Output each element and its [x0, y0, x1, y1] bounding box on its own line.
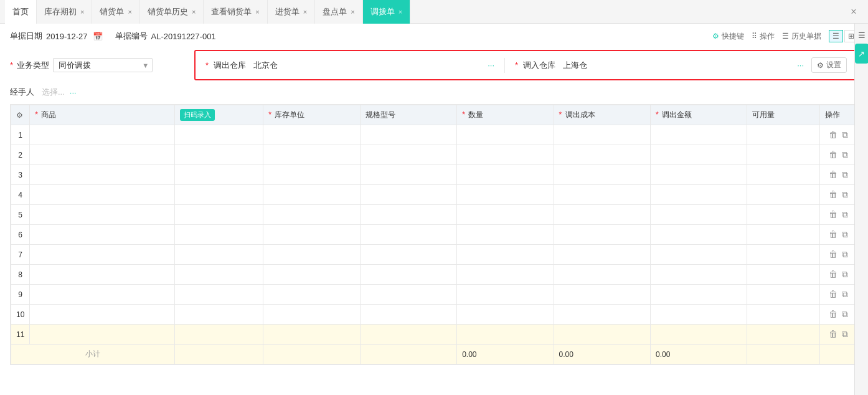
- delete-icon-11[interactable]: 🗑: [829, 329, 837, 339]
- row-amount-7: [650, 245, 747, 265]
- delete-icon-8[interactable]: 🗑: [829, 269, 837, 279]
- row-cost-6[interactable]: [554, 225, 650, 245]
- row-ops-6: 🗑 ⧉: [820, 225, 857, 245]
- copy-icon-1[interactable]: ⧉: [842, 130, 848, 140]
- side-note-icon[interactable]: ☰: [856, 29, 868, 41]
- window-close-button[interactable]: ×: [844, 0, 863, 24]
- col-available-header: 可用量: [747, 105, 820, 125]
- row-cost-2[interactable]: [554, 145, 650, 165]
- copy-icon-9[interactable]: ⧉: [842, 289, 848, 300]
- row-cost-10[interactable]: [554, 305, 650, 325]
- copy-icon-10[interactable]: ⧉: [842, 309, 848, 320]
- row-ops-9: 🗑 ⧉: [820, 285, 857, 305]
- row-qty-8[interactable]: [457, 265, 554, 285]
- row-qty-2[interactable]: [457, 145, 554, 165]
- delete-icon-7[interactable]: 🗑: [829, 249, 837, 259]
- tab-home[interactable]: 首页: [5, 0, 37, 24]
- tab-close-sales-order[interactable]: ×: [128, 8, 131, 16]
- warehouse-in-value[interactable]: 上海仓: [563, 60, 792, 71]
- business-type-select[interactable]: 同价调拨: [53, 58, 153, 72]
- subtotal-empty-4: [747, 345, 820, 364]
- copy-icon-8[interactable]: ⧉: [842, 269, 848, 280]
- history-btn[interactable]: ☰ 历史单据: [782, 31, 821, 42]
- warehouse-out-ellipsis[interactable]: ···: [488, 60, 494, 70]
- row-cost-8[interactable]: [554, 265, 650, 285]
- copy-icon-2[interactable]: ⧉: [842, 150, 848, 160]
- tab-purchase[interactable]: 进货单 ×: [268, 0, 315, 24]
- copy-icon-6[interactable]: ⧉: [842, 229, 848, 240]
- row-cost-3[interactable]: [554, 165, 650, 185]
- settings-button[interactable]: ⚙ 设置: [811, 57, 847, 73]
- row-amount-5: [650, 205, 747, 225]
- subtotal-empty-5: [820, 345, 857, 364]
- tab-transfer[interactable]: 调拨单 ×: [363, 0, 410, 24]
- row-qty-10[interactable]: [457, 305, 554, 325]
- tab-close-purchase[interactable]: ×: [303, 8, 307, 16]
- row-product-5[interactable]: [30, 205, 175, 225]
- row-cost-1[interactable]: [554, 125, 650, 145]
- delete-icon-5[interactable]: 🗑: [829, 209, 837, 219]
- row-qty-4[interactable]: [457, 185, 554, 205]
- tab-sales-history[interactable]: 销货单历史 ×: [140, 0, 204, 24]
- warehouse-out-value[interactable]: 北京仓: [253, 60, 483, 71]
- delete-icon-9[interactable]: 🗑: [829, 289, 837, 299]
- shortcut-btn[interactable]: ⚙ 快捷键: [712, 31, 744, 42]
- copy-icon-11[interactable]: ⧉: [842, 329, 848, 340]
- tab-view-sales[interactable]: 查看销货单 ×: [204, 0, 267, 24]
- delete-icon-2[interactable]: 🗑: [829, 150, 837, 159]
- row-qty-6[interactable]: [457, 225, 554, 245]
- row-qty-3[interactable]: [457, 165, 554, 185]
- tab-stocktake[interactable]: 盘点单 ×: [315, 0, 362, 24]
- delete-icon-4[interactable]: 🗑: [829, 189, 837, 199]
- row-product-6[interactable]: [30, 225, 175, 245]
- row-cost-7[interactable]: [554, 245, 650, 265]
- row-cost-4[interactable]: [554, 185, 650, 205]
- history-icon: ☰: [782, 32, 789, 40]
- tab-close-inventory-init[interactable]: ×: [80, 8, 84, 16]
- tab-close-view-sales[interactable]: ×: [255, 8, 259, 16]
- row-product-3[interactable]: [30, 165, 175, 185]
- row-product-4[interactable]: [30, 185, 175, 205]
- calendar-icon[interactable]: 📅: [93, 32, 103, 41]
- row-qty-1[interactable]: [457, 125, 554, 145]
- copy-icon-3[interactable]: ⧉: [842, 169, 848, 180]
- tab-close-stocktake[interactable]: ×: [351, 8, 354, 16]
- row-qty-11[interactable]: [457, 325, 554, 345]
- delete-icon-10[interactable]: 🗑: [829, 309, 837, 319]
- ops-btn[interactable]: ⠿ 操作: [752, 31, 775, 42]
- row-product-10[interactable]: [30, 305, 175, 325]
- copy-icon-4[interactable]: ⧉: [842, 189, 848, 200]
- col-product-header: * 商品: [30, 105, 175, 125]
- tab-inventory-init[interactable]: 库存期初 ×: [37, 0, 92, 24]
- copy-icon-5[interactable]: ⧉: [842, 209, 848, 220]
- row-product-7[interactable]: [30, 245, 175, 265]
- scan-entry-button[interactable]: 扫码录入: [180, 109, 215, 121]
- row-product-9[interactable]: [30, 285, 175, 305]
- copy-icon-7[interactable]: ⧉: [842, 249, 848, 260]
- row-cost-5[interactable]: [554, 205, 650, 225]
- row-qty-9[interactable]: [457, 285, 554, 305]
- row-product-2[interactable]: [30, 145, 175, 165]
- delete-icon-3[interactable]: 🗑: [829, 169, 837, 179]
- delete-icon-6[interactable]: 🗑: [829, 229, 837, 239]
- delete-icon-1[interactable]: 🗑: [829, 130, 837, 140]
- row-available-1: [747, 125, 820, 145]
- row-cost-11[interactable]: [554, 325, 650, 345]
- tab-sales-order[interactable]: 销货单 ×: [92, 0, 139, 24]
- row-product-11[interactable]: [30, 325, 175, 345]
- person-ellipsis[interactable]: ···: [70, 88, 77, 97]
- person-input[interactable]: 选择...: [42, 87, 65, 98]
- tab-close-transfer[interactable]: ×: [399, 8, 402, 16]
- row-cost-9[interactable]: [554, 285, 650, 305]
- row-product-8[interactable]: [30, 265, 175, 285]
- layout-list-btn[interactable]: ☰: [829, 30, 843, 42]
- layout-btns: ☰ ⊞: [829, 30, 858, 42]
- side-export-icon[interactable]: ↗: [855, 44, 869, 64]
- row-qty-5[interactable]: [457, 205, 554, 225]
- warehouse-in-ellipsis[interactable]: ···: [797, 60, 804, 70]
- row-qty-7[interactable]: [457, 245, 554, 265]
- table-gear-icon[interactable]: ⚙: [16, 111, 23, 120]
- row-product-1[interactable]: [30, 125, 175, 145]
- row-scan-empty-5: [175, 205, 263, 225]
- tab-close-sales-history[interactable]: ×: [192, 8, 196, 16]
